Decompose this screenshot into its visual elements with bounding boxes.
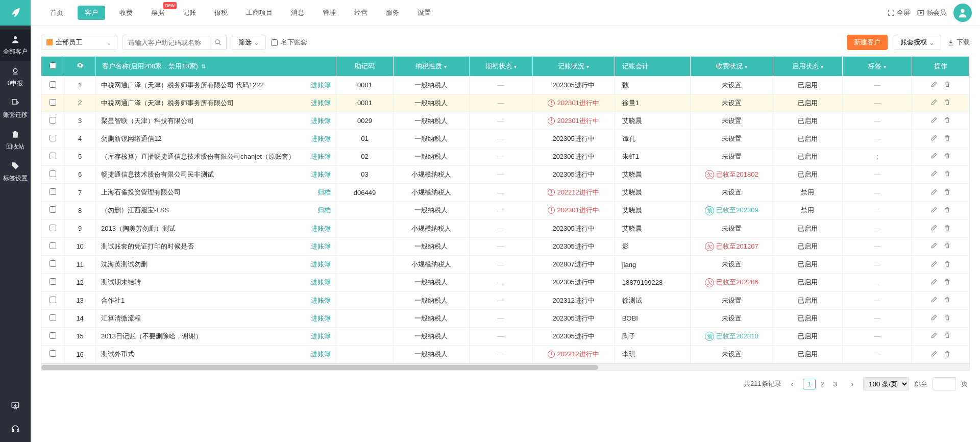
enter-book-link[interactable]: 进账簿 xyxy=(311,224,331,233)
th-init[interactable]: 期初状态 xyxy=(469,57,532,76)
enter-book-link[interactable]: 进账簿 xyxy=(311,260,331,269)
auth-button[interactable]: 账套授权 ⌄ xyxy=(894,35,941,50)
enter-book-link[interactable]: 进账簿 xyxy=(311,116,331,126)
own-accounts-checkbox[interactable]: 名下账套 xyxy=(271,38,307,47)
nav-item-5[interactable]: 报税 xyxy=(205,0,237,26)
sidebar-item-0[interactable]: 全部客户 xyxy=(0,30,31,61)
row-checkbox[interactable] xyxy=(50,242,56,249)
avatar[interactable] xyxy=(953,4,972,22)
own-accounts-input[interactable] xyxy=(271,39,278,46)
nav-item-8[interactable]: 管理 xyxy=(313,0,345,26)
enter-book-link[interactable]: 进账簿 xyxy=(311,296,331,305)
edit-icon[interactable] xyxy=(930,225,938,233)
edit-icon[interactable] xyxy=(930,297,938,305)
delete-icon[interactable] xyxy=(944,189,951,197)
delete-icon[interactable] xyxy=(944,171,951,179)
nav-item-1[interactable]: 客户 xyxy=(78,6,105,20)
th-name[interactable]: 客户名称(启用200家，禁用10家) xyxy=(96,57,336,76)
nav-item-4[interactable]: 记账 xyxy=(174,0,205,26)
row-checkbox[interactable] xyxy=(50,260,56,267)
edit-icon[interactable] xyxy=(930,117,938,125)
delete-icon[interactable] xyxy=(944,225,951,233)
sidebar-item-2[interactable]: 账套迁移 xyxy=(0,93,31,125)
search-input[interactable] xyxy=(122,35,209,50)
row-checkbox[interactable] xyxy=(50,297,56,303)
delete-icon[interactable] xyxy=(944,333,951,340)
delete-icon[interactable] xyxy=(944,153,951,161)
page-1[interactable]: 1 xyxy=(803,379,816,389)
row-checkbox[interactable] xyxy=(50,153,56,159)
edit-icon[interactable] xyxy=(930,135,938,143)
new-customer-button[interactable]: 新建客户 xyxy=(847,35,888,50)
fullscreen-button[interactable]: 全屏 xyxy=(888,8,910,17)
delete-icon[interactable] xyxy=(944,100,951,107)
enter-book-link[interactable]: 进账簿 xyxy=(311,278,331,287)
nav-item-0[interactable]: 首页 xyxy=(41,0,72,26)
row-checkbox[interactable] xyxy=(50,81,56,88)
sidebar-item-3[interactable]: 回收站 xyxy=(0,125,31,156)
edit-icon[interactable] xyxy=(930,261,938,269)
enter-book-link[interactable]: 进账簿 xyxy=(311,170,331,179)
nav-item-11[interactable]: 设置 xyxy=(408,0,440,26)
enter-book-link[interactable]: 进账簿 xyxy=(311,350,331,359)
row-checkbox[interactable] xyxy=(50,170,56,177)
delete-icon[interactable] xyxy=(944,351,951,359)
delete-icon[interactable] xyxy=(944,243,951,251)
row-checkbox[interactable] xyxy=(50,278,56,285)
delete-icon[interactable] xyxy=(944,117,951,125)
prev-page[interactable]: ‹ xyxy=(787,379,798,389)
th-tax[interactable]: 纳税性质 xyxy=(393,57,469,76)
edit-icon[interactable] xyxy=(930,315,938,323)
th-fee[interactable]: 收费状况 xyxy=(691,57,773,76)
sidebar-bottom-1[interactable] xyxy=(0,419,31,442)
page-2[interactable]: 2 xyxy=(816,379,828,389)
edit-icon[interactable] xyxy=(930,100,938,107)
next-page[interactable]: › xyxy=(847,379,858,389)
row-checkbox[interactable] xyxy=(50,225,56,231)
row-checkbox[interactable] xyxy=(50,350,56,357)
scrollbar-thumb[interactable] xyxy=(41,365,598,370)
filter-button[interactable]: 筛选 ⌄ xyxy=(232,35,266,50)
delete-icon[interactable] xyxy=(944,297,951,305)
enter-book-link[interactable]: 进账簿 xyxy=(311,99,331,108)
th-book[interactable]: 记账状况 xyxy=(532,57,615,76)
row-checkbox[interactable] xyxy=(50,117,56,124)
th-tag[interactable]: 标签 xyxy=(842,57,912,76)
delete-icon[interactable] xyxy=(944,279,951,287)
employee-select[interactable]: 全部员工 ⌄ xyxy=(41,35,117,50)
enter-book-link[interactable]: 归档 xyxy=(317,206,331,215)
nav-item-3[interactable]: 票据new xyxy=(142,0,174,26)
nav-item-9[interactable]: 经营 xyxy=(345,0,377,26)
th-settings[interactable] xyxy=(64,57,96,76)
row-checkbox[interactable] xyxy=(50,135,56,141)
delete-icon[interactable] xyxy=(944,261,951,269)
th-accountant[interactable]: 记账会计 xyxy=(615,57,691,76)
member-button[interactable]: 畅会员 xyxy=(917,8,946,17)
enter-book-link[interactable]: 进账簿 xyxy=(311,81,331,90)
enter-book-link[interactable]: 进账簿 xyxy=(311,332,331,341)
sidebar-bottom-0[interactable] xyxy=(0,396,31,419)
delete-icon[interactable] xyxy=(944,315,951,323)
th-enable[interactable]: 启用状态 xyxy=(773,57,842,76)
enter-book-link[interactable]: 进账簿 xyxy=(311,314,331,323)
edit-icon[interactable] xyxy=(930,351,938,359)
sidebar-item-4[interactable]: 标签设置 xyxy=(0,156,31,188)
row-checkbox[interactable] xyxy=(50,314,56,321)
edit-icon[interactable] xyxy=(930,333,938,340)
enter-book-link[interactable]: 进账簿 xyxy=(311,134,331,143)
enter-book-link[interactable]: 进账簿 xyxy=(311,152,331,161)
nav-item-2[interactable]: 收费 xyxy=(110,0,142,26)
edit-icon[interactable] xyxy=(930,279,938,287)
delete-icon[interactable] xyxy=(944,82,951,89)
nav-item-7[interactable]: 消息 xyxy=(282,0,313,26)
edit-icon[interactable] xyxy=(930,207,938,215)
th-code[interactable]: 助记码 xyxy=(336,57,394,76)
delete-icon[interactable] xyxy=(944,135,951,143)
delete-icon[interactable] xyxy=(944,207,951,215)
enter-book-link[interactable]: 归档 xyxy=(317,188,331,197)
edit-icon[interactable] xyxy=(930,189,938,197)
select-all-checkbox[interactable] xyxy=(50,62,56,69)
logo[interactable] xyxy=(0,0,31,26)
jump-input[interactable] xyxy=(933,377,956,390)
th-checkbox[interactable] xyxy=(41,57,64,76)
